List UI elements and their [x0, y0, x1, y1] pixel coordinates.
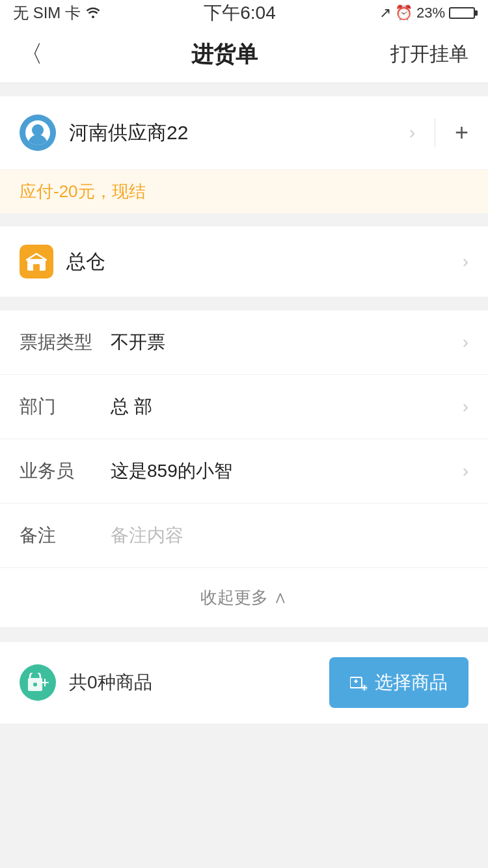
warehouse-name: 总仓: [66, 249, 463, 275]
remark-label: 备注: [20, 523, 111, 548]
bottom-area: [0, 724, 488, 868]
department-row[interactable]: 部门 总 部 ›: [0, 375, 488, 439]
battery-icon: [449, 7, 475, 19]
back-button[interactable]: 〈: [20, 38, 59, 70]
department-value: 总 部: [111, 394, 463, 419]
supplier-actions: › +: [409, 118, 468, 147]
avatar-inner: [25, 120, 50, 145]
salesman-label: 业务员: [20, 459, 111, 483]
invoice-type-chevron-icon: ›: [463, 332, 468, 353]
status-left: 无 SIM 卡: [13, 3, 100, 23]
department-label: 部门: [20, 394, 111, 419]
supplier-avatar: [20, 115, 56, 151]
warehouse-section: 总仓 ›: [0, 226, 488, 297]
product-count: 共0种商品: [69, 670, 329, 695]
svg-point-3: [33, 683, 37, 686]
gap-1: [0, 83, 488, 96]
svg-rect-5: [44, 679, 46, 686]
remark-row[interactable]: 备注 备注内容: [0, 504, 488, 568]
add-supplier-button[interactable]: +: [455, 119, 468, 146]
gap-3: [0, 297, 488, 310]
salesman-chevron-icon: ›: [463, 461, 468, 481]
invoice-type-row[interactable]: 票据类型 不开票 ›: [0, 310, 488, 375]
wifi-icon: [86, 4, 100, 22]
collapse-toggle[interactable]: 收起更多 ∧: [0, 568, 488, 628]
form-section: 票据类型 不开票 › 部门 总 部 › 业务员 这是859的小智 › 备注 备注…: [0, 310, 488, 628]
supplier-row[interactable]: 河南供应商22 › +: [0, 96, 488, 170]
page-title: 进货单: [191, 40, 258, 70]
supplier-section: 河南供应商22 › + 应付-20元，现结: [0, 96, 488, 213]
remark-input[interactable]: 备注内容: [111, 523, 468, 548]
gap-4: [0, 628, 488, 641]
salesman-row[interactable]: 业务员 这是859的小智 ›: [0, 439, 488, 504]
nav-bar: 〈 进货单 打开挂单: [0, 26, 488, 83]
invoice-type-label: 票据类型: [20, 330, 111, 355]
alarm-icon: ⏰: [395, 5, 413, 21]
salesman-value: 这是859的小智: [111, 459, 463, 483]
warehouse-row[interactable]: 总仓 ›: [0, 226, 488, 297]
divider: [435, 118, 435, 147]
gap-2: [0, 213, 488, 226]
select-product-icon: [350, 673, 368, 693]
collapse-label: 收起更多 ∧: [200, 586, 287, 609]
status-right: ↗ ⏰ 23%: [379, 5, 475, 21]
department-chevron-icon: ›: [463, 396, 468, 417]
notice-text: 应付-20元，现结: [20, 182, 146, 201]
supplier-chevron-icon: ›: [409, 122, 415, 143]
select-product-label: 选择商品: [375, 670, 448, 695]
product-section: 共0种商品 选择商品: [0, 641, 488, 724]
open-pending-button[interactable]: 打开挂单: [390, 41, 468, 68]
warehouse-chevron-icon: ›: [463, 251, 468, 272]
warehouse-icon: [20, 245, 53, 278]
notice-bar: 应付-20元，现结: [0, 170, 488, 213]
carrier-label: 无 SIM 卡: [13, 3, 81, 23]
product-icon: [20, 664, 56, 701]
select-product-button[interactable]: 选择商品: [329, 657, 468, 708]
battery-pct: 23%: [416, 5, 445, 21]
status-bar: 无 SIM 卡 下午6:04 ↗ ⏰ 23%: [0, 0, 488, 26]
status-time: 下午6:04: [204, 1, 276, 25]
supplier-name: 河南供应商22: [69, 120, 409, 146]
location-icon: ↗: [379, 5, 391, 21]
invoice-type-value: 不开票: [111, 330, 463, 355]
avatar-body: [28, 135, 47, 145]
svg-rect-1: [33, 264, 40, 271]
